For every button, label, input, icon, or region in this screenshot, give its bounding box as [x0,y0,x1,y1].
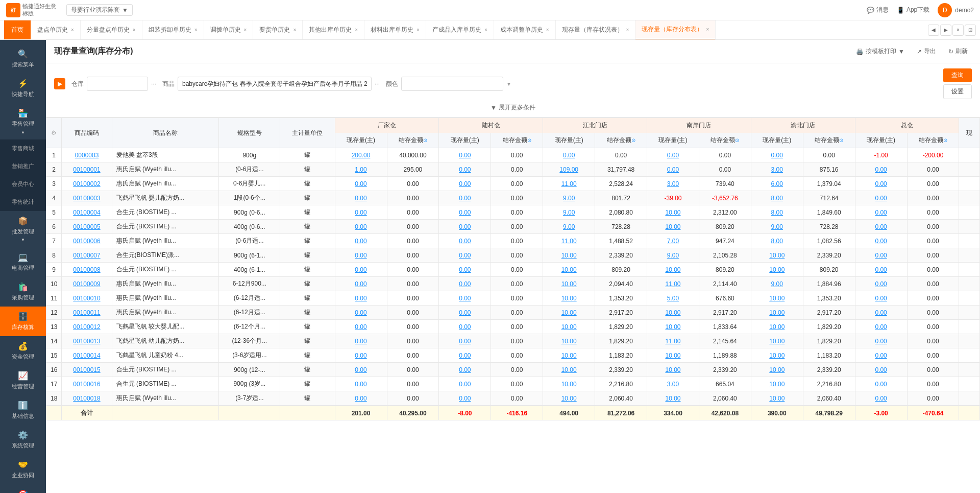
filter-expand-btn[interactable]: ▶ [54,78,65,89]
table-cell: 10.00 [751,348,803,363]
th-c2-qty: 现存量(主) [439,133,491,148]
tab-expand-btn[interactable]: ⊡ [965,25,976,36]
sidebar-item-collab[interactable]: 🤝 企业协同 [0,455,46,484]
footer-cell [46,406,62,420]
table-cell: 7.00 [647,234,699,248]
user-area[interactable]: D demo2 [938,3,974,17]
settings-btn[interactable]: 设置 [943,84,972,99]
table-cell [959,162,980,177]
product-more-btn[interactable]: ··· [375,80,380,87]
tab-transfer[interactable]: 调拨单历史 × [204,20,254,40]
tab-order[interactable]: 要货单历史 × [253,20,303,40]
sidebar-item-stock[interactable]: 🗄️ 库存核算 [0,307,46,336]
table-cell[interactable]: 00100012 [62,320,112,334]
product-input[interactable] [178,77,372,91]
table-cell [959,348,980,363]
table-cell[interactable]: 0000003 [62,148,112,162]
close-icon[interactable]: × [626,27,629,33]
tab-sub-inventory[interactable]: 分量盘点单历史 × [81,20,142,40]
color-input[interactable] [401,77,503,91]
close-icon[interactable]: × [546,27,549,33]
table-cell[interactable]: 00100014 [62,348,112,363]
warehouse-input[interactable] [87,77,148,91]
tab-cost[interactable]: 成本调整单历史 × [494,20,556,40]
table-cell: 1,829.20 [803,320,855,334]
tab-product-in[interactable]: 产成品入库单历史 × [426,20,494,40]
close-icon[interactable]: × [484,27,487,33]
table-cell: 罐 [280,320,335,334]
message-btn[interactable]: 💬 消息 [867,6,889,14]
print-btn[interactable]: 🖨️ 按模板打印 ▼ [852,45,909,58]
close-icon[interactable]: × [706,27,709,32]
close-icon[interactable]: × [416,27,420,33]
sidebar-item-operations[interactable]: 📈 经营管理 [0,366,46,395]
sidebar-item-ecommerce[interactable]: 💻 电商管理 [0,247,46,277]
tab-stock-dist[interactable]: 现存量（库存分布表） × [635,20,716,40]
settings-gear-icon[interactable]: ⚙ [51,129,57,136]
table-cell[interactable]: 00100010 [62,291,112,306]
table-cell: 0.00 [751,148,803,162]
table-cell[interactable]: 00100005 [62,220,112,234]
warehouse-more-btn[interactable]: ··· [151,80,156,87]
sidebar-item-guide[interactable]: 🎯 新手引导 [0,484,46,493]
app-download-btn[interactable]: 📱 App下载 [897,6,929,14]
tab-prev-btn[interactable]: ◀ [928,25,939,36]
close-icon[interactable]: × [194,27,198,33]
sidebar-item-marketing[interactable]: 营销推广 [0,157,46,175]
tab-close-btn[interactable]: × [952,25,964,36]
table-cell[interactable]: 00100011 [62,306,112,320]
expand-more-btn[interactable]: ▼ 展开更多条件 [54,103,972,112]
tab-inventory[interactable]: 盘点单历史 × [31,20,81,40]
table-cell: 2,339.20 [595,248,647,263]
sidebar-item-finance[interactable]: 💰 资金管理 [0,336,46,366]
close-icon[interactable]: × [355,27,358,33]
export-btn[interactable]: ↗ 导出 [913,45,940,58]
tab-home[interactable]: 首页 [4,20,31,40]
table-cell[interactable]: 00100001 [62,162,112,177]
th-settings[interactable]: ⚙ [46,118,62,148]
close-icon[interactable]: × [293,27,296,33]
table-cell[interactable]: 00100013 [62,334,112,348]
table-cell: 11.00 [543,177,595,191]
table-cell: 0.00 [491,177,543,191]
table-cell[interactable]: 00100016 [62,377,112,391]
close-icon[interactable]: × [133,27,136,33]
query-btn[interactable]: 查询 [943,68,972,82]
table-cell[interactable]: 00100007 [62,248,112,263]
table-cell[interactable]: 00100003 [62,191,112,205]
tab-next-btn[interactable]: ▶ [940,25,951,36]
table-row: 700100006惠氏启赋 (Wyeth illu...(0-6月适...罐0.… [46,234,980,248]
company-dropdown[interactable]: 母婴行业演示陈套 ▼ [66,4,133,16]
tab-outbound[interactable]: 其他出库单历史 × [303,20,364,40]
footer-cell [959,406,980,420]
table-cell[interactable]: 00100006 [62,234,112,248]
table-cell[interactable]: 00100004 [62,205,112,220]
table-cell[interactable]: 00100008 [62,263,112,277]
table-cell[interactable]: 00100002 [62,177,112,191]
sidebar-item-wholesale[interactable]: 📦 批发管理 ▼ [0,211,46,247]
sidebar-item-quicknav[interactable]: ⚡ 快捷导航 [0,74,46,103]
close-icon[interactable]: × [71,27,74,33]
table-cell[interactable]: 00100009 [62,277,112,291]
sidebar-item-retail-shop[interactable]: 零售商城 [0,139,46,157]
close-icon[interactable]: × [244,27,247,33]
table-cell[interactable]: 00100018 [62,391,112,406]
table-cell[interactable]: 00100015 [62,363,112,377]
th-spec: 规格型号 [219,118,280,148]
tab-stock-status[interactable]: 现存量（库存状况表） × [556,20,636,40]
retail-icon: 🏪 [18,108,28,118]
tab-material[interactable]: 材料出库单历史 × [364,20,426,40]
sidebar-item-system[interactable]: ⚙️ 系统管理 [0,425,46,455]
sidebar-item-retail[interactable]: 🏪 零售管理 ▲ [0,103,46,139]
sidebar-item-retail-stats[interactable]: 零售统计 [0,193,46,211]
refresh-btn[interactable]: ↻ 刷新 [944,45,972,58]
footer-cell: 81,272.06 [595,406,647,420]
sidebar-item-basic[interactable]: ℹ️ 基础信息 [0,395,46,425]
sidebar-item-search[interactable]: 🔍 搜索菜单 [0,44,46,74]
chevron-down-icon: ▼ [898,48,904,55]
tab-assembly[interactable]: 组装拆卸单历史 × [142,20,204,40]
sidebar-item-purchase[interactable]: 🛍️ 采购管理 [0,277,46,307]
table-cell [959,334,980,348]
sidebar-item-members[interactable]: 会员中心 [0,175,46,193]
color-dropdown-icon[interactable]: ▼ [506,81,511,87]
